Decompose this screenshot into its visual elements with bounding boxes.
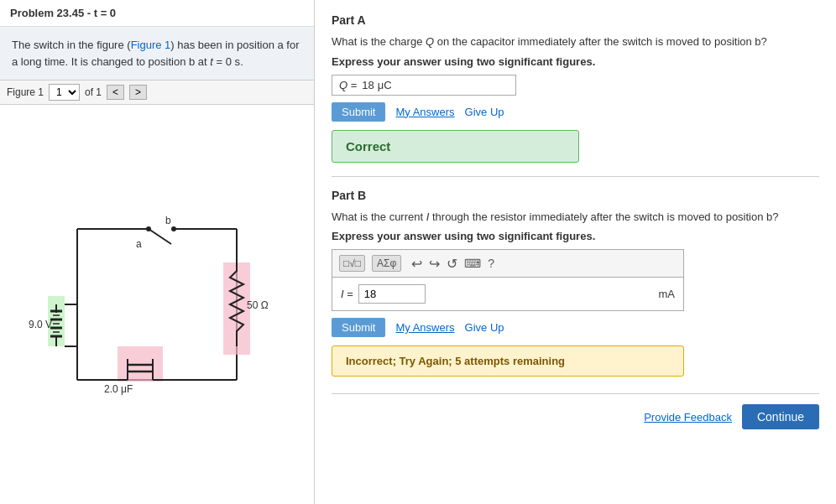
part-b-input[interactable] xyxy=(358,284,426,304)
part-b-question: What is the current I through the resist… xyxy=(332,209,819,226)
alpha-sigma-icon[interactable]: AΣφ xyxy=(372,255,401,272)
part-b-input-prefix: I = xyxy=(341,288,353,300)
fraction-icon[interactable]: □√□ xyxy=(339,255,365,272)
part-b-answer-row: I = mA xyxy=(332,278,684,311)
part-a-input-prefix: Q = xyxy=(339,79,357,91)
figure-prev-btn[interactable]: < xyxy=(107,85,124,100)
part-a-submit-btn[interactable]: Submit xyxy=(332,102,385,122)
part-a-answer-row: Q = 18 μC xyxy=(332,75,819,96)
keyboard-icon[interactable]: ⌨ xyxy=(464,257,481,270)
part-b-give-up-link[interactable]: Give Up xyxy=(465,321,504,334)
part-divider xyxy=(332,176,819,177)
figure-controls: Figure 1 1 of 1 < > xyxy=(0,81,314,105)
part-b-my-answers-link[interactable]: My Answers xyxy=(395,321,454,334)
part-b-unit: mA xyxy=(659,288,676,300)
problem-text: The switch in the figure (Figure 1) has … xyxy=(0,27,314,81)
part-b-action-row: Submit My Answers Give Up xyxy=(332,318,819,337)
problem-text-before: The switch in the figure ( xyxy=(12,39,131,51)
svg-text:a: a xyxy=(136,238,142,250)
svg-text:50 Ω: 50 Ω xyxy=(247,299,269,311)
problem-title: Problem 23.45 - t = 0 xyxy=(0,0,314,27)
circuit-diagram: a b 9.0 V xyxy=(27,204,287,405)
svg-text:2.0 μF: 2.0 μF xyxy=(104,383,133,395)
footer-row: Provide Feedback Continue xyxy=(332,393,819,429)
figure-next-btn[interactable]: > xyxy=(129,85,147,100)
part-b-section: Part B What is the current I through the… xyxy=(332,189,819,377)
continue-btn[interactable]: Continue xyxy=(742,404,819,429)
undo-icon[interactable]: ↩ xyxy=(411,256,422,272)
math-toolbar: □√□ AΣφ ↩ ↪ ↺ ⌨ ? xyxy=(332,249,684,278)
provide-feedback-link[interactable]: Provide Feedback xyxy=(644,411,732,423)
part-a-correct-box: Correct xyxy=(332,130,579,163)
svg-text:b: b xyxy=(165,215,171,226)
part-a-unit: μC xyxy=(378,79,392,91)
redo-icon[interactable]: ↪ xyxy=(429,256,440,272)
part-b-incorrect-box: Incorrect; Try Again; 5 attempts remaini… xyxy=(332,346,684,377)
part-b-express: Express your answer using two significan… xyxy=(332,230,819,242)
svg-point-9 xyxy=(171,226,176,231)
figure-area: a b 9.0 V xyxy=(0,105,314,504)
part-a-input-box: Q = 18 μC xyxy=(332,75,516,96)
of-label: of 1 xyxy=(85,86,102,98)
part-a-my-answers-link[interactable]: My Answers xyxy=(395,106,454,118)
part-b-submit-btn[interactable]: Submit xyxy=(332,318,385,337)
figure-label: Figure 1 xyxy=(7,86,44,98)
part-a-give-up-link[interactable]: Give Up xyxy=(465,106,504,118)
svg-line-8 xyxy=(149,229,171,244)
left-panel: Problem 23.45 - t = 0 The switch in the … xyxy=(0,0,315,504)
refresh-icon[interactable]: ↺ xyxy=(447,256,457,272)
part-a-header: Part A xyxy=(332,13,819,27)
part-a-express: Express your answer using two significan… xyxy=(332,55,819,68)
svg-text:9.0 V: 9.0 V xyxy=(29,319,52,330)
help-icon[interactable]: ? xyxy=(488,257,494,270)
part-a-section: Part A What is the charge Q on the capac… xyxy=(332,13,819,163)
right-panel: Part A What is the charge Q on the capac… xyxy=(315,0,836,504)
figure-select[interactable]: 1 xyxy=(49,84,80,101)
figure-link[interactable]: Figure 1 xyxy=(131,39,171,51)
period: . xyxy=(240,55,243,68)
part-a-action-row: Submit My Answers Give Up xyxy=(332,102,819,122)
part-b-header: Part B xyxy=(332,189,819,202)
part-a-question: What is the charge Q on the capacitor im… xyxy=(332,34,819,50)
part-a-value: 18 xyxy=(362,79,374,91)
